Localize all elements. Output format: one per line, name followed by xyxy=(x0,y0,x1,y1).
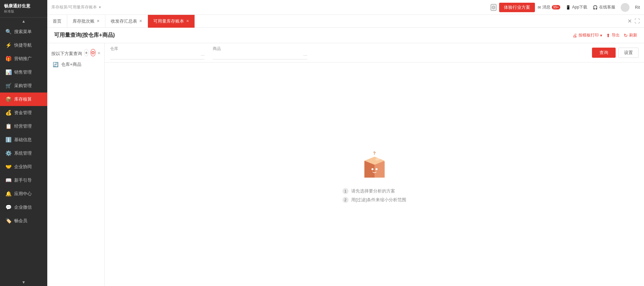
warehouse-input[interactable] xyxy=(110,53,199,58)
chart-icon: 📊 xyxy=(5,69,11,75)
sidebar-scroll-up[interactable]: ▲ xyxy=(0,18,47,25)
warehouse-more-icon[interactable]: ··· xyxy=(201,52,205,58)
tab-available-account[interactable]: 可用量库存账本 ✕ xyxy=(148,15,195,28)
tab-batch-account[interactable]: 库存批次账 ✕ xyxy=(67,15,105,28)
sidebar-item-operation[interactable]: 📋 经营管理 xyxy=(0,120,47,133)
money-icon: 💰 xyxy=(5,110,11,116)
sidebar-item-finance[interactable]: 💰 资金管理 xyxy=(0,106,47,120)
sidebar-item-member-label: 畅会员 xyxy=(14,218,27,224)
scheme-item-warehouse-goods[interactable]: 🔄 仓库+商品 xyxy=(47,59,104,70)
tab-available-account-label: 可用量库存账本 xyxy=(153,18,184,24)
sidebar-item-app-label: 应用中心 xyxy=(14,191,32,197)
clipboard-icon: 📋 xyxy=(5,123,11,129)
sidebar-item-system[interactable]: ⚙️ 系统管理 xyxy=(0,147,47,160)
goods-input[interactable] xyxy=(213,53,302,58)
chat-icon: 💬 xyxy=(5,204,11,210)
main-body: 按以下方案查询 + ⚙ « 🔄 仓库+商品 仓库 xyxy=(47,43,644,286)
sidebar-item-sales-label: 销售管理 xyxy=(14,69,32,75)
tab-close-all-button[interactable]: ✕ xyxy=(627,18,632,24)
collapse-button[interactable]: « xyxy=(98,50,100,55)
search-icon: 🔍 xyxy=(5,29,11,35)
tab-recv-summary-label: 收发存汇总表 xyxy=(111,18,137,24)
sidebar-item-basic-label: 基础信息 xyxy=(14,137,32,143)
empty-state: ? 1 请先选择要分析的方案 2 用[过滤]条件来缩小分析范围 xyxy=(105,62,644,286)
online-service-button[interactable]: 🎧 在线客服 xyxy=(593,4,615,10)
page-title: 可用量查询(按仓库+商品) xyxy=(54,32,115,39)
query-button[interactable]: 查询 xyxy=(592,48,616,58)
sidebar-item-search-label: 搜索菜单 xyxy=(14,29,32,35)
warehouse-field: 仓库 ··· xyxy=(110,46,205,59)
tab-home[interactable]: 首页 xyxy=(47,15,67,28)
print-label: 按模板打印 xyxy=(578,32,599,38)
svg-text:?: ? xyxy=(373,151,376,156)
print-dropdown-icon[interactable]: ▾ xyxy=(600,33,602,38)
export-button[interactable]: ⬆ 导出 xyxy=(606,32,620,38)
sidebar-item-wechat[interactable]: 💬 企业微信 xyxy=(0,201,47,214)
bell-icon: 🔔 xyxy=(5,191,11,197)
export-icon: ⬆ xyxy=(606,33,610,38)
app-download-button[interactable]: 📱 App下载 xyxy=(566,4,587,10)
sidebar-item-onboarding[interactable]: 📖 新手引导 xyxy=(0,174,47,187)
scheme-settings-button[interactable]: ⚙ xyxy=(91,49,96,56)
tab-recv-summary-close[interactable]: ✕ xyxy=(139,19,142,23)
tab-batch-account-close[interactable]: ✕ xyxy=(97,19,100,23)
sidebar-item-member[interactable]: 🏷️ 畅会员 xyxy=(0,214,47,228)
svg-point-5 xyxy=(371,168,373,170)
sidebar-item-sales[interactable]: 📊 销售管理 xyxy=(0,66,47,79)
tag-icon: 🏷️ xyxy=(5,218,11,224)
tabs-bar: 首页 库存批次账 ✕ 收发存汇总表 ✕ 可用量库存账本 ✕ ✕ ⛶ xyxy=(47,15,644,28)
print-button[interactable]: 🖨 按模板打印 ▾ xyxy=(572,32,602,38)
sidebar-scroll-down[interactable]: ▼ xyxy=(0,279,47,286)
sidebar-item-purchase[interactable]: 🛒 采购管理 xyxy=(0,79,47,93)
goods-field: 商品 ··· xyxy=(213,46,307,59)
settings-icon[interactable]: ⚙ xyxy=(491,4,496,11)
message-button[interactable]: ✉ 消息 99+ xyxy=(538,4,560,10)
refresh-button[interactable]: ↻ 刷新 xyxy=(624,32,637,38)
filter-settings-button[interactable]: 设置 xyxy=(618,48,639,58)
sidebar-item-corp[interactable]: 🤝 企业协同 xyxy=(0,160,47,174)
online-service-label: 在线客服 xyxy=(599,4,615,10)
message-badge: 99+ xyxy=(552,5,560,9)
breadcrumb-text: 库存核算/可用量库存账本 xyxy=(51,4,97,10)
book-icon: 📖 xyxy=(5,177,11,183)
tip-num-2: 2 xyxy=(342,197,349,203)
sidebar-item-app[interactable]: 🔔 应用中心 xyxy=(0,187,47,201)
tab-recv-summary[interactable]: 收发存汇总表 ✕ xyxy=(105,15,148,28)
message-label: 消息 xyxy=(542,4,550,10)
breadcrumb-dropdown-icon[interactable]: ▾ xyxy=(99,5,101,9)
topbar-right: ✉ 消息 99+ 📱 App下载 🎧 在线客服 Rit xyxy=(538,3,640,12)
tab-available-account-close[interactable]: ✕ xyxy=(186,19,189,23)
gift-icon: 🎁 xyxy=(5,56,11,62)
svg-rect-3 xyxy=(375,165,385,178)
handshake-icon: 🤝 xyxy=(5,164,11,170)
industry-solution-button[interactable]: 体验行业方案 xyxy=(499,3,535,12)
page-actions: 🖨 按模板打印 ▾ ⬆ 导出 ↻ 刷新 xyxy=(572,32,637,38)
empty-illustration: ? xyxy=(356,146,393,183)
print-icon: 🖨 xyxy=(572,33,577,38)
sidebar-item-purchase-label: 采购管理 xyxy=(14,83,32,89)
export-label: 导出 xyxy=(612,32,620,38)
user-avatar[interactable] xyxy=(621,3,629,12)
sidebar-item-shortcut[interactable]: ⚡ 快捷导航 xyxy=(0,38,47,52)
sidebar-item-marketing[interactable]: 🎁 营销推广 xyxy=(0,52,47,66)
box-icon: 📦 xyxy=(5,96,11,102)
sidebar-nav: 🔍 搜索菜单 ⚡ 快捷导航 🎁 营销推广 📊 销售管理 🛒 采购管理 📦 库存核… xyxy=(0,25,47,279)
sidebar-item-search[interactable]: 🔍 搜索菜单 xyxy=(0,25,47,38)
goods-more-icon[interactable]: ··· xyxy=(303,52,307,58)
scheme-query-label: 按以下方案查询 xyxy=(51,49,82,57)
sidebar: 畅康通好生意 标准版 ▲ 🔍 搜索菜单 ⚡ 快捷导航 🎁 营销推广 📊 销售管理… xyxy=(0,0,47,286)
tip-text-2: 用[过滤]条件来缩小分析范围 xyxy=(351,197,406,203)
sidebar-item-basic[interactable]: ℹ️ 基础信息 xyxy=(0,133,47,147)
add-scheme-button[interactable]: + xyxy=(84,49,88,56)
tab-home-label: 首页 xyxy=(53,18,61,24)
user-name: Rit xyxy=(635,5,640,10)
svg-point-6 xyxy=(376,168,378,170)
empty-box-svg: ? xyxy=(358,147,391,181)
tabs-right: ✕ ⛶ xyxy=(623,18,644,24)
sidebar-item-inventory[interactable]: 📦 库存核算 xyxy=(0,93,47,106)
sidebar-item-shortcut-label: 快捷导航 xyxy=(14,42,32,48)
query-settings-bar: 仓库 ··· 商品 ··· xyxy=(105,43,644,62)
sidebar-item-finance-label: 资金管理 xyxy=(14,110,32,116)
tab-fullscreen-button[interactable]: ⛶ xyxy=(635,18,640,24)
scheme-item-label: 仓库+商品 xyxy=(61,61,81,68)
